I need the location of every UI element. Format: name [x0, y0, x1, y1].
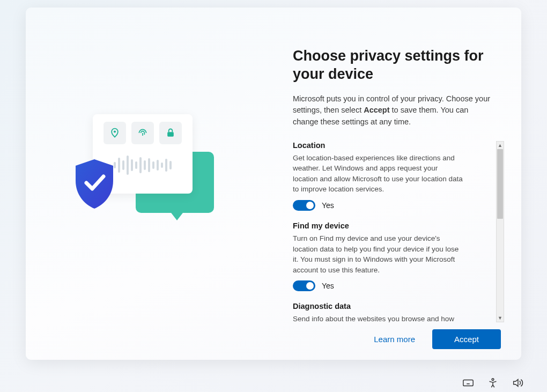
lock-icon — [159, 122, 182, 144]
page-title: Choose privacy settings for your device — [293, 47, 486, 84]
page-subtitle: Microsoft puts you in control of your pr… — [293, 93, 491, 128]
scroll-up-arrow-icon[interactable]: ▲ — [497, 142, 504, 149]
find-my-device-toggle-label: Yes — [322, 282, 334, 290]
subtitle-accept-word: Accept — [364, 106, 389, 114]
shield-check-icon — [70, 157, 119, 211]
svg-rect-2 — [463, 380, 473, 386]
find-my-device-toggle[interactable] — [293, 280, 315, 291]
volume-icon[interactable] — [512, 377, 523, 389]
accessibility-icon[interactable] — [487, 377, 499, 389]
setting-location-toggle-row: Yes — [293, 200, 480, 211]
svg-point-3 — [492, 379, 494, 381]
setting-location-desc: Get location-based experiences like dire… — [293, 153, 464, 195]
setting-find-my-device: Find my device Turn on Find my device an… — [293, 221, 480, 291]
settings-scroll-region: Location Get location-based experiences … — [293, 141, 504, 317]
scroll-thumb[interactable] — [497, 149, 503, 219]
accept-button[interactable]: Accept — [432, 329, 501, 349]
taskbar-tray — [462, 377, 523, 389]
setting-location-title: Location — [293, 141, 480, 150]
privacy-settings-dialog: Choose privacy settings for your device … — [26, 8, 521, 360]
scroll-down-arrow-icon[interactable]: ▼ — [497, 314, 504, 322]
svg-rect-1 — [167, 132, 174, 136]
location-toggle[interactable] — [293, 200, 315, 211]
svg-point-0 — [114, 130, 116, 132]
setting-find-my-device-title: Find my device — [293, 221, 480, 230]
settings-list: Location Get location-based experiences … — [293, 141, 496, 322]
setting-location: Location Get location-based experiences … — [293, 141, 480, 211]
setting-diagnostic-title: Diagnostic data — [293, 302, 480, 310]
scrollbar[interactable]: ▲ ▼ — [496, 141, 504, 322]
privacy-illustration — [71, 114, 221, 232]
location-pin-icon — [104, 122, 126, 144]
setting-find-my-device-desc: Turn on Find my device and use your devi… — [293, 233, 464, 275]
content-pane: Choose privacy settings for your device … — [272, 8, 521, 360]
fingerprint-icon — [131, 122, 154, 144]
icon-row — [99, 122, 186, 144]
location-toggle-label: Yes — [322, 201, 334, 210]
setting-diagnostic-data: Diagnostic data Send info about the webs… — [293, 302, 480, 322]
learn-more-button[interactable]: Learn more — [368, 330, 420, 348]
setting-find-my-device-toggle-row: Yes — [293, 280, 480, 291]
illustration-pane — [26, 8, 272, 360]
keyboard-icon[interactable] — [462, 377, 474, 389]
setting-diagnostic-desc: Send info about the websites you browse … — [293, 314, 464, 322]
dialog-button-row: Learn more Accept — [293, 329, 504, 349]
